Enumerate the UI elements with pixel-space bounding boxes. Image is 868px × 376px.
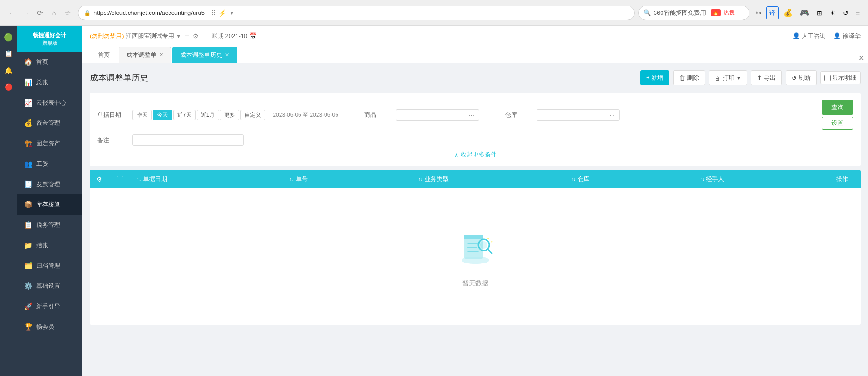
tab-home[interactable]: 首页 — [90, 47, 118, 63]
sidebar-item-home[interactable]: 🏠 首页 — [17, 52, 82, 72]
sidebar-item-inventory[interactable]: 📦 库存核算 — [17, 194, 82, 215]
ledger-menu-icon: 📊 — [24, 78, 32, 87]
back-button[interactable]: ← — [6, 6, 19, 19]
tab-cost-adjust[interactable]: 成本调整单 ✕ — [119, 47, 171, 63]
icon-sidebar-item-2[interactable]: 📋 — [1, 46, 16, 61]
menu-tool[interactable]: ≡ — [853, 7, 862, 19]
sidebar-item-ledger[interactable]: 📊 总账 — [17, 72, 82, 93]
export-button[interactable]: ⬆ 导出 — [751, 70, 782, 85]
print-dropdown-icon[interactable]: ▼ — [737, 75, 741, 81]
icon-sidebar-item-3[interactable]: 🔔 — [1, 63, 16, 78]
th-handler[interactable]: ↑↓ 经手人 — [694, 175, 824, 183]
calendar-button[interactable]: 📅 — [249, 32, 257, 40]
th-biz-type[interactable]: ↑↓ 业务类型 — [413, 175, 566, 183]
date-btn-more[interactable]: 更多 — [220, 110, 239, 120]
service-icon: 👤 — [793, 32, 800, 39]
sidebar-item-guide[interactable]: 🚀 新手引导 — [17, 296, 82, 317]
sidebar-item-funds-label: 资金管理 — [36, 119, 60, 127]
empty-state: 暂无数据 — [90, 188, 861, 325]
star-button[interactable]: ☆ — [61, 6, 74, 19]
date-btn-7days[interactable]: 近7天 — [173, 110, 196, 120]
date-btn-custom[interactable]: 自定义 — [240, 110, 265, 120]
display-detail-toggle[interactable]: 显示明细 — [820, 71, 861, 84]
browser-search-bar[interactable]: 🔍 360智能抠图免费用 🔥 热搜 — [638, 6, 749, 20]
sidebar-item-archive[interactable]: 🗂️ 归档管理 — [17, 256, 82, 276]
company-settings-button[interactable]: ⚙ — [193, 32, 199, 40]
icon-sidebar-item-4[interactable]: 🔴 — [1, 80, 16, 94]
home-button[interactable]: ⌂ — [47, 6, 60, 19]
collapse-button[interactable]: ∧ 收起更多条件 — [454, 150, 497, 159]
user-profile-button[interactable]: 👤 徐泽华 — [833, 32, 861, 40]
period-info: 账期 2021-10 📅 — [212, 32, 257, 40]
sidebar-item-fixed-assets[interactable]: 🏗️ 固定资产 — [17, 133, 82, 154]
main-content: 成本调整单历史 + 新增 🗑 删除 🖨 打印 ▼ ⬆ 导出 — [82, 63, 868, 376]
date-range-display: 2023-06-06 至 2023-06-06 — [273, 111, 338, 119]
url-bar[interactable]: 🔒 https://cloud.chanjet.com/accounting/u… — [78, 6, 635, 20]
tax-menu-icon: 📋 — [24, 221, 32, 229]
warehouse-select[interactable]: ··· — [537, 109, 620, 121]
sidebar-item-close-accounts[interactable]: 📁 结账 — [17, 235, 82, 256]
remark-input[interactable] — [132, 134, 244, 146]
service-button[interactable]: 👤 人工咨询 — [793, 32, 826, 40]
company-dropdown-button[interactable]: ▼ — [176, 33, 181, 39]
hot-label: 热搜 — [724, 9, 735, 17]
service-label: 人工咨询 — [802, 32, 826, 40]
sidebar-item-reports[interactable]: 📈 云报表中心 — [17, 93, 82, 113]
url-text: https://cloud.chanjet.com/accounting/uru… — [94, 9, 205, 16]
th-checkbox[interactable] — [108, 176, 131, 182]
game-tool[interactable]: 🎮 — [797, 6, 812, 19]
lock-icon: 🔒 — [84, 10, 91, 16]
select-all-checkbox[interactable] — [117, 176, 123, 182]
add-company-button[interactable]: ＋ — [183, 31, 191, 41]
sidebar-item-invoice[interactable]: 🧾 发票管理 — [17, 174, 82, 194]
sidebar-item-payroll-label: 工资 — [36, 160, 48, 168]
translate-tool[interactable]: 译 — [766, 6, 779, 19]
th-warehouse[interactable]: ↑↓ 仓库 — [566, 175, 695, 183]
tab-cost-adjust-history-close[interactable]: ✕ — [225, 52, 229, 58]
home-menu-icon: 🏠 — [24, 58, 32, 66]
sidebar-item-tax[interactable]: 📋 税务管理 — [17, 215, 82, 235]
icon-sidebar: 🟢 📋 🔔 🔴 — [0, 26, 17, 376]
table-settings-icon[interactable]: ⚙ — [96, 175, 102, 183]
sidebar-item-fixed-assets-label: 固定资产 — [36, 139, 60, 148]
query-button[interactable]: 查询 — [822, 100, 853, 115]
display-detail-checkbox[interactable] — [824, 75, 831, 81]
tab-cost-adjust-history[interactable]: 成本调整单历史 ✕ — [172, 47, 237, 63]
refresh-button[interactable]: ↺ 刷新 — [786, 70, 817, 85]
date-btn-yesterday[interactable]: 昨天 — [132, 110, 152, 120]
undo-tool[interactable]: ↺ — [840, 7, 851, 19]
add-button[interactable]: + 新增 — [640, 70, 669, 85]
setting-button[interactable]: 设置 — [822, 117, 853, 130]
warehouse-dots: ··· — [610, 112, 615, 119]
filter-panel: 单据日期 昨天 今天 近7天 近1月 更多 自定义 2023-06-06 至 2… — [90, 93, 861, 166]
tab-cost-adjust-close[interactable]: ✕ — [159, 52, 163, 58]
sidebar-item-membership[interactable]: 🏆 畅会员 — [17, 317, 82, 337]
close-all-tabs-button[interactable]: ✕ — [855, 54, 868, 63]
sidebar-item-payroll[interactable]: 👥 工资 — [17, 154, 82, 174]
scissors-tool[interactable]: ✂ — [753, 7, 764, 19]
date-btn-today[interactable]: 今天 — [153, 110, 172, 120]
reload-button[interactable]: ⟳ — [33, 6, 46, 19]
goods-select[interactable]: ··· — [396, 109, 479, 121]
search-icon: 🔍 — [643, 9, 651, 16]
inventory-menu-icon: 📦 — [24, 201, 32, 209]
sidebar-item-funds[interactable]: 💰 资金管理 — [17, 113, 82, 133]
print-button[interactable]: 🖨 打印 ▼ — [709, 70, 747, 85]
browser-bar: ← → ⟳ ⌂ ☆ 🔒 https://cloud.chanjet.com/ac… — [0, 0, 868, 26]
delete-button[interactable]: 🗑 删除 — [673, 70, 705, 85]
coin-tool[interactable]: 💰 — [781, 6, 795, 19]
invoice-menu-icon: 🧾 — [24, 180, 32, 188]
th-date[interactable]: ↑↓ 单据日期 — [131, 175, 284, 183]
dropdown-icon[interactable]: ▼ — [229, 10, 235, 16]
th-settings[interactable]: ⚙ — [90, 175, 108, 183]
print-icon: 🖨 — [715, 75, 721, 81]
icon-sidebar-item-1[interactable]: 🟢 — [1, 30, 16, 44]
th-biztype-label: 业务类型 — [425, 175, 449, 183]
brightness-tool[interactable]: ☀ — [827, 7, 838, 19]
grid-tool[interactable]: ⊞ — [814, 7, 825, 19]
user-avatar-icon: 👤 — [833, 32, 841, 39]
sidebar-item-settings[interactable]: ⚙️ 基础设置 — [17, 276, 82, 296]
date-btn-1month[interactable]: 近1月 — [197, 110, 219, 120]
th-number[interactable]: ↑↓ 单号 — [284, 175, 413, 183]
forward-button[interactable]: → — [19, 6, 32, 19]
